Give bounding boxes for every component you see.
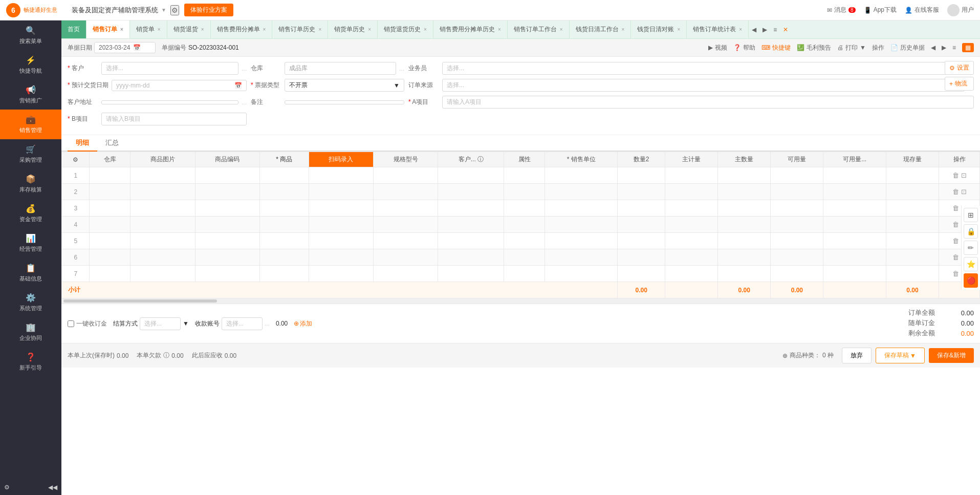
row-6-spec[interactable] [373,249,438,266]
row-6-available2[interactable] [823,249,886,266]
payment-method-select[interactable]: 选择... [140,317,181,330]
logistics-panel-btn[interactable]: + 物流 [945,77,974,91]
row-6-qty2[interactable] [618,249,665,266]
row-2-main-unit[interactable] [665,184,718,200]
row-2-code[interactable] [195,184,259,200]
tab-sales-return[interactable]: 销货单 × [130,20,167,39]
row-1-main-unit[interactable] [665,167,718,184]
row-1-delete-btn[interactable]: 🗑 [952,171,959,179]
industry-btn[interactable]: 体验行业方案 [184,4,233,16]
row-3-customer-no[interactable] [438,200,504,217]
row-5-stock[interactable] [886,233,939,249]
draft-dropdown-icon[interactable]: ▼ [910,352,916,359]
row-7-qty2[interactable] [618,266,665,282]
row-5-code[interactable] [195,233,259,249]
right-mini-grid-btn[interactable]: ⊞ [964,208,978,222]
toolbar-print[interactable]: 🖨 打印 ▼ [837,44,866,52]
sidebar-collapse-icon[interactable]: ◀◀ [48,484,57,491]
order-source-input[interactable]: 选择... [442,79,965,92]
row-6-attribute[interactable] [504,249,545,266]
tab-cash-daily-close[interactable]: × [622,27,625,32]
row-5-warehouse[interactable] [90,233,130,249]
row-1-qty2[interactable] [618,167,665,184]
tab-sales-refund-close[interactable]: × [201,27,204,32]
row-1-stock[interactable] [886,167,939,184]
row-5-scan[interactable] [309,233,373,249]
tab-sales-order-close[interactable]: × [120,27,123,32]
row-5-spec[interactable] [373,233,438,249]
save-btn[interactable]: 保存&新增 [929,348,974,363]
row-1-spec[interactable] [373,167,438,184]
row-6-scan[interactable] [309,249,373,266]
tab-sales-stats-close[interactable]: × [739,27,742,32]
row-3-available[interactable] [771,200,823,217]
one-click-checkbox-label[interactable]: 一键收订金 [68,319,107,328]
row-2-warehouse[interactable] [90,184,130,200]
row-2-main-qty[interactable] [718,184,771,200]
detail-tab-detail[interactable]: 明细 [68,135,97,152]
row-5-customer-no[interactable] [438,233,504,249]
toolbar-prev-record[interactable]: ◀ [931,44,935,51]
row-3-product[interactable] [260,200,309,217]
row-7-main-qty[interactable] [718,266,771,282]
system-dropdown-icon[interactable]: ▼ [161,7,166,13]
row-6-stock[interactable] [886,249,939,266]
row-6-product[interactable] [260,249,309,266]
tab-cash-reconcile-close[interactable]: × [677,27,680,32]
tab-fee-history-close[interactable]: × [498,27,501,32]
row-3-code[interactable] [195,200,259,217]
row-1-attribute[interactable] [504,167,545,184]
col-scan[interactable]: 扫码录入 [309,152,373,167]
row-6-sales-unit[interactable] [545,249,618,266]
row-7-code[interactable] [195,266,259,282]
tab-refund-history-close[interactable]: × [424,27,427,32]
tab-return-history-close[interactable]: × [368,27,371,32]
tab-order-workbench-close[interactable]: × [560,27,563,32]
tab-sales-fee-close[interactable]: × [263,27,266,32]
scroll-thumb[interactable] [63,299,217,303]
date-field[interactable]: 2023-03-24 📅 [94,42,156,53]
tab-next-btn[interactable]: ▶ [759,20,770,39]
row-4-code[interactable] [195,217,259,233]
row-4-qty2[interactable] [618,217,665,233]
bank-no-select[interactable]: 选择... [222,317,263,330]
tab-sales-order[interactable]: 销售订单 × [86,20,130,39]
sidebar-item-operations[interactable]: 📊 经营管理 [0,228,61,258]
row-7-main-unit[interactable] [665,266,718,282]
sidebar-item-purchase[interactable]: 🛒 采购管理 [0,139,61,169]
message-btn[interactable]: ✉ 消息 8 [827,6,856,14]
sidebar-item-system[interactable]: ⚙️ 系统管理 [0,288,61,317]
tab-refund-history[interactable]: 销货退货历史 × [378,20,433,39]
row-2-delete-btn[interactable]: 🗑 [952,188,959,196]
toolbar-help[interactable]: ❓ 帮助 [733,44,755,52]
row-1-scan[interactable] [309,167,373,184]
row-6-code[interactable] [195,249,259,266]
row-2-available2[interactable] [823,184,886,200]
address-input[interactable] [101,100,238,104]
row-4-attribute[interactable] [504,217,545,233]
row-6-main-unit[interactable] [665,249,718,266]
app-download-btn[interactable]: 📱 App下载 [864,6,897,14]
row-1-code[interactable] [195,167,259,184]
row-5-product[interactable] [260,233,309,249]
draft-btn[interactable]: 保存草稿 ▼ [876,348,925,363]
tab-prev-btn[interactable]: ◀ [749,20,759,39]
toolbar-view[interactable]: ▶ 视频 [708,44,727,52]
bank-no-expand-icon[interactable]: ... [265,320,270,327]
row-2-attribute[interactable] [504,184,545,200]
right-mini-edit-btn[interactable]: ✏ [964,241,978,255]
sidebar-item-inventory[interactable]: 📦 库存核算 [0,169,61,199]
row-5-available[interactable] [771,233,823,249]
toolbar-grid-view[interactable]: ≡ [952,44,956,51]
tab-sales-refund[interactable]: 销货退货 × [167,20,211,39]
row-3-attribute[interactable] [504,200,545,217]
toolbar-card-view[interactable]: ▦ [962,43,974,52]
row-3-main-qty[interactable] [718,200,771,217]
row-1-warehouse[interactable] [90,167,130,184]
row-7-available2[interactable] [823,266,886,282]
settings-panel-btn[interactable]: ⚙ 设置 [945,61,974,75]
row-2-spec[interactable] [373,184,438,200]
discard-btn[interactable]: 放弃 [842,348,872,363]
row-3-scan[interactable] [309,200,373,217]
one-click-checkbox[interactable] [68,320,74,327]
